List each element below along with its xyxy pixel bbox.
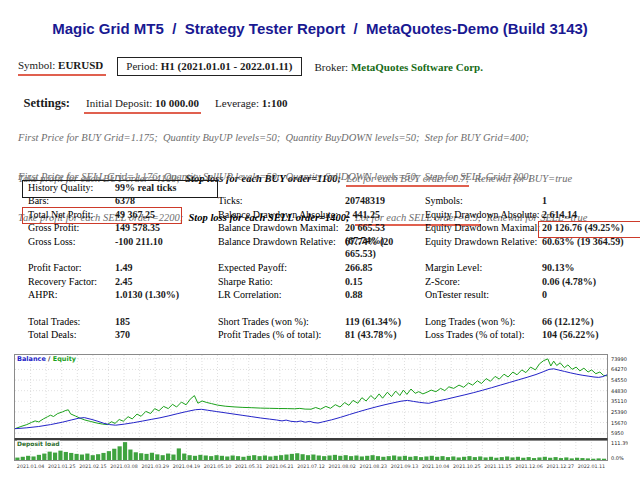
svg-text:2021.08.02: 2021.08.02 [328,464,355,469]
stat-label: Expected Payoff: [218,262,345,275]
svg-text:2021.08.23: 2021.08.23 [360,464,387,469]
stat-label: AHPR: [28,289,115,302]
svg-text:54550: 54550 [611,377,627,383]
stat-label: Balance Drawdown Absolute: [218,209,345,222]
stat-label: LR Correlation: [218,289,345,302]
stat-label: Margin Level: [425,262,542,275]
stat-value: 1 [542,195,624,208]
stat-value [542,182,624,195]
stat-label: Recovery Factor: [28,276,115,289]
stat-value: 104 (56.22%) [542,329,624,342]
stat-value: 6378 [115,195,218,208]
stat-label: Long Trades (won %): [425,316,542,329]
period-value: H1 (2021.01.01 - 2022.01.11) [161,60,293,72]
stat-value: 2 614.14 [542,209,624,222]
svg-text:15670: 15670 [611,420,627,426]
stat-label: Total Deals: [28,329,115,342]
period-field: Period: H1 (2021.01.01 - 2022.01.11) [117,57,301,76]
svg-text:5950: 5950 [611,430,624,436]
stat-value: 149 578.35 [115,222,218,235]
stat-label: Symbols: [425,195,542,208]
stat-value: 1.0130 (1.30%) [115,289,218,302]
stat-label: Sharpe Ratio: [218,276,345,289]
stat-value: 185 [115,316,218,329]
legend-separator: / [46,355,53,363]
chart-svg: 7399064270545504483035110253901567059501… [14,354,628,476]
stat-label: Equity Drawdown Relative: [425,236,542,249]
stat-value [345,182,425,195]
stat-value: -100 211.10 [115,236,218,249]
stat-label: OnTester result: [425,289,542,302]
svg-text:2021.06.21: 2021.06.21 [266,464,293,469]
stat-value: 370 [115,329,218,342]
stat-value: 60.63% (19 364.59) [542,236,624,249]
stat-label: Total Trades: [28,316,115,329]
stat-value: 20 126.76 (49.25%) [542,222,624,235]
svg-text:35110: 35110 [611,398,627,404]
stat-value: 2.45 [115,276,218,289]
svg-text:2021.03.29: 2021.03.29 [141,464,168,469]
stats-table: History Quality:99% real ticksBars:6378T… [28,182,624,343]
table-gap [28,249,624,262]
stat-value: 20 665.53 (67.74%) [345,222,425,235]
stat-label: History Quality: [28,182,115,195]
svg-text:2021.02.15: 2021.02.15 [79,464,106,469]
symbol-field: Symbol: EURUSD [18,57,106,76]
svg-text:73990: 73990 [611,356,627,362]
broker-value: MetaQuotes Software Corp. [351,61,483,73]
stat-value: 0.88 [345,289,425,302]
symbol-label: Symbol: [18,59,58,71]
svg-text:2021.10.25: 2021.10.25 [453,464,480,469]
period-label: Period: [126,60,161,72]
svg-text:2021.12.27: 2021.12.27 [547,464,574,469]
svg-text:2021.12.06: 2021.12.06 [515,464,542,469]
svg-text:2021.11.15: 2021.11.15 [484,464,511,469]
stat-label: Gross Profit: [28,222,115,235]
svg-text:64270: 64270 [611,366,627,372]
stat-value: 0 [542,289,624,302]
stat-value: 0.06 (4.78%) [542,276,624,289]
chart-legend: Balance / Equity [17,355,76,363]
symbol-value: EURUSD [58,59,103,71]
table-gap [28,303,624,316]
svg-text:44830: 44830 [611,388,627,394]
svg-text:2021.03.08: 2021.03.08 [110,464,137,469]
stat-label: Equity Drawdown Maximal: [425,222,542,235]
stat-label: Z-Score: [425,276,542,289]
svg-text:2021.10.04: 2021.10.04 [422,464,449,469]
svg-text:2021.09.13: 2021.09.13 [391,464,418,469]
svg-text:2022.01.11: 2022.01.11 [578,464,605,469]
stat-label: Bars: [28,195,115,208]
svg-text:2021.01.04: 2021.01.04 [17,464,44,469]
stat-label: Gross Loss: [28,236,115,249]
stat-label: Equity Drawdown Absolute: [425,209,542,222]
stat-label: Balance Drawdown Relative: [218,236,345,249]
svg-text:2021.04.19: 2021.04.19 [173,464,200,469]
stat-label [425,182,542,195]
stat-label: Ticks: [218,195,345,208]
svg-text:2021.01.25: 2021.01.25 [48,464,75,469]
stat-value: 99% real ticks [115,182,218,195]
legend-balance: Balance [17,355,46,363]
stat-label: Loss Trades (% of total): [425,329,542,342]
x-axis-labels: 2021.01.042021.01.252021.02.152021.03.08… [17,464,605,469]
stat-value: 81 (43.78%) [345,329,425,342]
stat-label: Total Net Profit: [28,209,115,222]
stat-value: 20748319 [345,195,425,208]
svg-text:2021.05.10: 2021.05.10 [204,464,231,469]
stat-value: 0.15 [345,276,425,289]
legend-equity: Equity [53,355,76,363]
svg-text:2021.07.12: 2021.07.12 [297,464,324,469]
stat-value: 66 (12.12%) [542,316,624,329]
deposit-load-label: Deposit load [17,440,60,447]
stat-value: 90.13% [542,262,624,275]
balance-equity-chart: Balance / Equity Deposit load 7399064270… [14,354,628,476]
stat-label: Profit Trades (% of total): [218,329,345,342]
stat-label: Short Trades (won %): [218,316,345,329]
report-info-row: Symbol: EURUSD Period: H1 (2021.01.01 - … [18,57,483,76]
stat-value: 119 (61.34%) [345,316,425,329]
stat-label [218,182,345,195]
broker-label: Broker: [315,61,351,73]
svg-text:111.3%: 111.3% [611,440,628,446]
stat-value: 266.85 [345,262,425,275]
